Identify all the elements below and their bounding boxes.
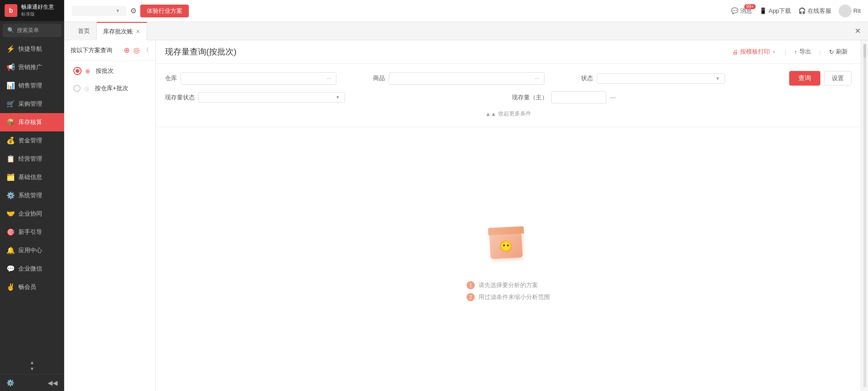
topbar-search-box[interactable]: ▼ bbox=[71, 6, 126, 16]
trial-btn[interactable]: 体验行业方案 bbox=[140, 5, 189, 17]
empty-hint-2: 2 用过滤条件来缩小分析范围 bbox=[467, 293, 550, 301]
warehouse-input-box[interactable]: ··· bbox=[181, 72, 336, 85]
enterprise-icon: 🤝 bbox=[6, 210, 15, 218]
empty-hints: 1 请先选择要分析的方案 2 用过滤条件来缩小分析范围 bbox=[467, 281, 550, 301]
status-label: 状态 bbox=[581, 74, 593, 82]
status-select[interactable]: ▼ bbox=[597, 73, 725, 84]
scroll-up-btn[interactable]: ▲ bbox=[30, 360, 34, 365]
filter-add-icon[interactable]: ⊕ bbox=[124, 46, 130, 54]
sidebar-item-guide[interactable]: 🎯 新手引导 bbox=[0, 223, 64, 241]
filter-panel-actions: ⊕ ◎ 《 bbox=[124, 46, 149, 54]
sidebar-item-inventory[interactable]: 📦 库存核算 bbox=[0, 113, 64, 131]
system-icon: ⚙️ bbox=[6, 191, 15, 200]
sidebar-item-label: 企业微信 bbox=[18, 265, 42, 273]
headset-icon: 🎧 bbox=[798, 7, 806, 14]
filter-item-batch[interactable]: ⊕ 按批次 bbox=[64, 62, 155, 80]
content-area: 按以下方案查询 ⊕ ◎ 《 ⊕ 按批次 ◎ 按仓库+批次 bbox=[64, 40, 868, 391]
scroll-down-btn[interactable]: ▼ bbox=[30, 367, 34, 371]
collapse-label: 收起更多条件 bbox=[498, 110, 531, 118]
query-btn[interactable]: 查询 bbox=[789, 71, 820, 86]
sidebar-item-label: 销售管理 bbox=[18, 81, 42, 90]
sidebar-item-purchase[interactable]: 🛒 采购管理 bbox=[0, 95, 64, 113]
query-toolbar: 🖨 按模板打印 ▼ | ↑ 导出 | ↻ 刷新 bbox=[729, 46, 852, 58]
topbar: ▼ ⚙ 体验行业方案 💬 消息 99+ 📱 App下载 🎧 在线客服 Rit bbox=[64, 0, 868, 22]
search-row-1: 仓库 ··· 商品 ··· bbox=[165, 71, 852, 86]
sidebar-item-finance[interactable]: 💰 资金管理 bbox=[0, 131, 64, 150]
user-btn[interactable]: Rit bbox=[839, 5, 861, 17]
sidebar-item-system[interactable]: ⚙️ 系统管理 bbox=[0, 186, 64, 205]
sidebar-item-sales[interactable]: 📊 销售管理 bbox=[0, 76, 64, 95]
warehouse-label: 仓库 bbox=[165, 74, 177, 82]
collapse-btn[interactable]: ▲▲ 收起更多条件 bbox=[165, 108, 852, 119]
sidebar-item-apps[interactable]: 🔔 应用中心 bbox=[0, 241, 64, 260]
collapse-icon[interactable]: ◀◀ bbox=[48, 379, 58, 386]
scrollbar-thumb[interactable] bbox=[863, 44, 866, 58]
print-btn[interactable]: 🖨 按模板打印 ▼ bbox=[729, 46, 780, 58]
settings-icon[interactable]: ⚙️ bbox=[6, 379, 14, 386]
warehouse-input[interactable] bbox=[186, 75, 327, 82]
goods-field: 商品 ··· bbox=[373, 72, 574, 85]
tab-home[interactable]: 首页 bbox=[71, 22, 97, 40]
app-name: 畅康通好生意 bbox=[21, 4, 54, 11]
right-scrollbar[interactable] bbox=[861, 40, 868, 391]
sidebar-search[interactable]: 🔍 搜索菜单 bbox=[3, 24, 61, 37]
stock-qty-min-input[interactable] bbox=[551, 91, 606, 103]
topbar-search-input[interactable] bbox=[76, 8, 113, 14]
shortcut-icon: ⚡ bbox=[6, 45, 15, 53]
refresh-label: 刷新 bbox=[836, 48, 848, 56]
topbar-gear-icon[interactable]: ⚙ bbox=[130, 6, 137, 15]
collapse-area: ▲▲ 收起更多条件 bbox=[165, 108, 852, 119]
warehouse-more-icon[interactable]: ··· bbox=[327, 75, 331, 81]
sidebar-item-enterprise[interactable]: 🤝 企业协同 bbox=[0, 205, 64, 223]
inventory-icon: 📦 bbox=[6, 118, 15, 126]
toolbar-divider1: | bbox=[785, 49, 786, 55]
stock-status-select[interactable]: ▼ bbox=[198, 92, 345, 103]
stock-status-label: 现存量状态 bbox=[165, 93, 195, 102]
goods-more-icon[interactable]: ··· bbox=[535, 75, 539, 81]
sidebar-search-label: 搜索菜单 bbox=[17, 27, 39, 34]
app-logo: b bbox=[5, 4, 17, 17]
sidebar-nav: ⚡ 快捷导航 📢 营销推广 📊 销售管理 🛒 采购管理 📦 库存核算 💰 资金管… bbox=[0, 40, 64, 358]
refresh-btn[interactable]: ↻ 刷新 bbox=[825, 46, 852, 58]
stock-qty-min[interactable] bbox=[556, 94, 601, 101]
empty-state: 😶 1 请先选择要分析的方案 2 用过滤条件来缩小分析范围 bbox=[156, 127, 861, 391]
app-download-btn[interactable]: 📱 App下载 bbox=[759, 7, 791, 15]
main-area: ▼ ⚙ 体验行业方案 💬 消息 99+ 📱 App下载 🎧 在线客服 Rit bbox=[64, 0, 868, 391]
tab-inventory-batch[interactable]: 库存批次账 ✕ bbox=[97, 22, 147, 40]
sidebar-item-member[interactable]: ✌️ 畅会员 bbox=[0, 278, 64, 296]
empty-hint-1: 1 请先选择要分析的方案 bbox=[467, 281, 550, 289]
filter-radio-batch bbox=[73, 67, 82, 75]
sidebar-item-basic[interactable]: 🗂️ 基础信息 bbox=[0, 168, 64, 186]
messages-btn[interactable]: 💬 消息 99+ bbox=[731, 7, 752, 15]
topbar-dropdown-icon[interactable]: ▼ bbox=[115, 8, 120, 13]
app-version: 标准版 bbox=[21, 11, 54, 17]
sidebar-item-operations[interactable]: 📋 经营管理 bbox=[0, 150, 64, 168]
sidebar-item-marketing[interactable]: 📢 营销推广 bbox=[0, 58, 64, 76]
hint-num-2: 2 bbox=[467, 293, 475, 301]
filter-icon-warehouse-batch: ◎ bbox=[84, 85, 89, 92]
export-btn[interactable]: ↑ 导出 bbox=[791, 46, 815, 58]
refresh-icon: ↻ bbox=[829, 49, 834, 55]
tab-close-btn[interactable]: ✕ bbox=[136, 28, 140, 35]
tab-bar-close-btn[interactable]: ✕ bbox=[855, 27, 861, 35]
sidebar-item-label: 经营管理 bbox=[18, 155, 42, 163]
status-field: 状态 ▼ bbox=[581, 73, 782, 84]
query-header: 现存量查询(按批次) 🖨 按模板打印 ▼ | ↑ 导出 | ↻ bbox=[156, 40, 861, 64]
query-area: 现存量查询(按批次) 🖨 按模板打印 ▼ | ↑ 导出 | ↻ bbox=[156, 40, 861, 391]
app-download-label: App下载 bbox=[769, 7, 791, 15]
goods-input[interactable] bbox=[394, 75, 535, 82]
customer-service-btn[interactable]: 🎧 在线客服 bbox=[798, 7, 831, 15]
goods-input-box[interactable]: ··· bbox=[389, 72, 544, 85]
message-badge: 99+ bbox=[744, 4, 756, 9]
settings-btn[interactable]: 设置 bbox=[824, 71, 852, 86]
sidebar-item-label: 系统管理 bbox=[18, 191, 42, 200]
print-label: 按模板打印 bbox=[740, 48, 770, 56]
sidebar-item-wechat[interactable]: 💬 企业微信 bbox=[0, 260, 64, 278]
filter-collapse-icon[interactable]: 《 bbox=[143, 46, 149, 54]
filter-settings-icon[interactable]: ◎ bbox=[133, 46, 140, 54]
empty-box-face: 😶 bbox=[499, 240, 513, 253]
export-label: 导出 bbox=[799, 48, 811, 56]
sidebar-item-shortcut[interactable]: ⚡ 快捷导航 bbox=[0, 40, 64, 58]
filter-item-warehouse-batch[interactable]: ◎ 按仓库+批次 bbox=[64, 80, 155, 97]
print-dropdown-icon[interactable]: ▼ bbox=[772, 49, 776, 54]
